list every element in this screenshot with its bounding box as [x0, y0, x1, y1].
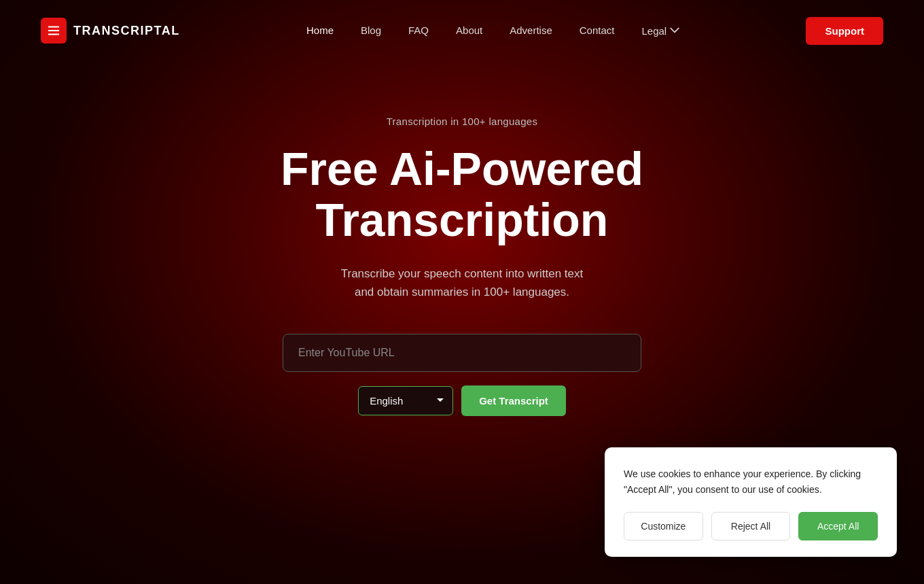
- svg-rect-0: [48, 27, 60, 28]
- url-input-wrapper: [283, 334, 641, 372]
- hero-title-line2: Transcription: [316, 194, 609, 245]
- logo[interactable]: TRANSCRIPTAL: [41, 18, 180, 44]
- nav-blog[interactable]: Blog: [361, 24, 381, 36]
- hero-title-line1: Free Ai-Powered: [281, 143, 643, 194]
- hero-tagline: Transcription in 100+ languages: [387, 116, 538, 127]
- nav-links: Home Blog FAQ About Advertise Contact Le…: [306, 24, 679, 37]
- hero-subtitle-line1: Transcribe your speech content into writ…: [341, 267, 584, 280]
- logo-text: TRANSCRIPTAL: [73, 24, 180, 38]
- customize-button[interactable]: Customize: [624, 512, 703, 540]
- nav-legal-label: Legal: [641, 25, 667, 37]
- nav-faq[interactable]: FAQ: [408, 24, 429, 36]
- youtube-url-input[interactable]: [283, 334, 641, 372]
- svg-rect-2: [48, 34, 60, 35]
- navbar: TRANSCRIPTAL Home Blog FAQ About Adverti…: [0, 0, 924, 61]
- cookie-buttons: Customize Reject All Accept All: [624, 512, 878, 540]
- cookie-message: We use cookies to enhance your experienc…: [624, 466, 878, 497]
- nav-home[interactable]: Home: [306, 24, 334, 36]
- nav-advertise[interactable]: Advertise: [510, 24, 552, 36]
- nav-contact[interactable]: Contact: [580, 24, 615, 36]
- support-button[interactable]: Support: [806, 17, 883, 45]
- logo-icon: [41, 18, 67, 44]
- nav-legal-dropdown[interactable]: Legal: [641, 25, 679, 37]
- hero-section: Transcription in 100+ languages Free Ai-…: [0, 61, 924, 457]
- hero-title: Free Ai-Powered Transcription: [281, 143, 643, 245]
- controls-row: English Spanish French German Italian Po…: [358, 385, 566, 416]
- chevron-down-icon: [670, 26, 679, 35]
- hero-subtitle: Transcribe your speech content into writ…: [341, 264, 584, 301]
- reject-all-button[interactable]: Reject All: [711, 512, 791, 540]
- get-transcript-button[interactable]: Get Transcript: [461, 385, 566, 416]
- cookie-banner: We use cookies to enhance your experienc…: [605, 447, 897, 557]
- hero-subtitle-line2: and obtain summaries in 100+ languages.: [355, 286, 569, 298]
- accept-all-button[interactable]: Accept All: [798, 512, 878, 540]
- language-select[interactable]: English Spanish French German Italian Po…: [358, 386, 453, 415]
- nav-about[interactable]: About: [456, 24, 482, 36]
- menu-icon: [46, 23, 61, 38]
- svg-rect-1: [48, 30, 60, 31]
